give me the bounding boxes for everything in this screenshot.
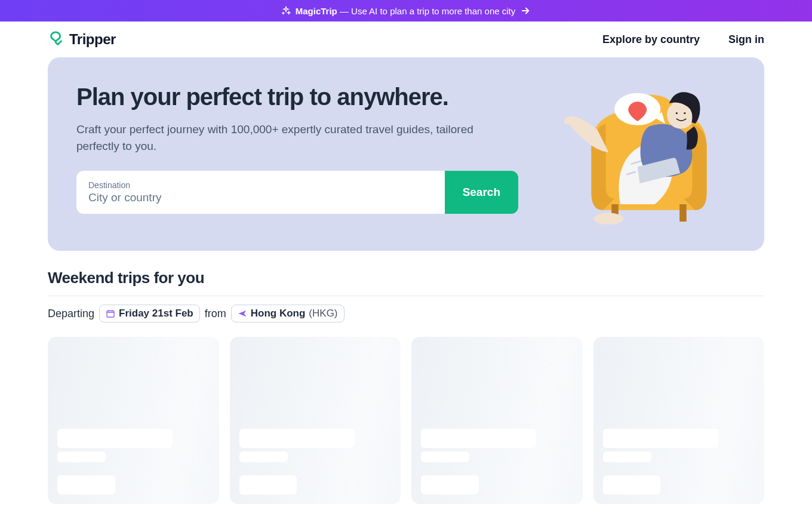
skeleton-line — [239, 429, 355, 448]
banner-rest: — Use AI to plan a trip to more than one… — [337, 6, 515, 16]
site-header: Tripper Explore by country Sign in — [0, 21, 812, 57]
trip-cards — [48, 337, 764, 504]
hero-subtitle: Craft your perfect journey with 100,000+… — [76, 121, 482, 154]
svg-rect-1 — [679, 204, 687, 222]
origin-city: Hong Kong — [251, 308, 306, 320]
hehero-illustration — [562, 72, 736, 239]
skeleton-line — [57, 475, 115, 494]
origin-code: (HKG) — [309, 308, 337, 320]
plane-icon — [238, 309, 247, 318]
top-nav: Explore by country Sign in — [602, 33, 764, 46]
destination-field[interactable]: Destination — [76, 171, 445, 214]
hero-panel: Plan your perfect trip to anywhere. Craf… — [48, 57, 764, 251]
svg-point-3 — [593, 213, 623, 225]
trip-card-skeleton — [411, 337, 583, 504]
svg-point-6 — [684, 112, 685, 114]
date-pill[interactable]: Friday 21st Feb — [99, 305, 200, 322]
hero-title: Plan your perfect trip to anywhere. — [76, 84, 518, 110]
calendar-icon — [106, 309, 115, 318]
search-row: Destination Search — [76, 171, 518, 214]
date-text: Friday 21st Feb — [119, 308, 193, 320]
skeleton-line — [239, 451, 288, 462]
search-button[interactable]: Search — [445, 171, 518, 214]
svg-rect-8 — [107, 311, 114, 317]
filter-row: Departing Friday 21st Feb from Hong Kong… — [48, 305, 764, 322]
skeleton-line — [603, 429, 718, 448]
banner-highlight: MagicTrip — [296, 6, 337, 16]
magictrip-banner[interactable]: MagicTrip — Use AI to plan a trip to mor… — [0, 0, 812, 21]
svg-point-5 — [676, 112, 678, 114]
logo-icon — [48, 30, 66, 48]
skeleton-line — [57, 429, 173, 448]
skeleton-line — [239, 475, 297, 494]
brand-logo[interactable]: Tripper — [48, 30, 116, 48]
from-label: from — [205, 308, 226, 320]
nav-signin[interactable]: Sign in — [728, 33, 764, 46]
destination-label: Destination — [88, 180, 433, 190]
skeleton-line — [421, 475, 479, 494]
arrow-right-icon — [520, 5, 531, 16]
skeleton-line — [421, 451, 469, 462]
brand-name: Tripper — [69, 31, 116, 48]
destination-input[interactable] — [88, 191, 433, 204]
origin-pill[interactable]: Hong Kong (HKG) — [231, 305, 345, 322]
skeleton-line — [603, 475, 661, 494]
weekend-heading: Weekend trips for you — [48, 269, 764, 296]
nav-explore[interactable]: Explore by country — [602, 33, 700, 46]
trip-card-skeleton — [593, 337, 765, 504]
skeleton-line — [57, 451, 106, 462]
trip-card-skeleton — [230, 337, 401, 504]
departing-label: Departing — [48, 308, 94, 320]
weekend-section: Weekend trips for you Departing Friday 2… — [0, 251, 812, 513]
skeleton-line — [603, 451, 651, 462]
sparkle-icon — [281, 6, 291, 16]
banner-text: MagicTrip — Use AI to plan a trip to mor… — [296, 6, 516, 16]
trip-card-skeleton — [48, 337, 219, 504]
skeleton-line — [421, 429, 536, 448]
